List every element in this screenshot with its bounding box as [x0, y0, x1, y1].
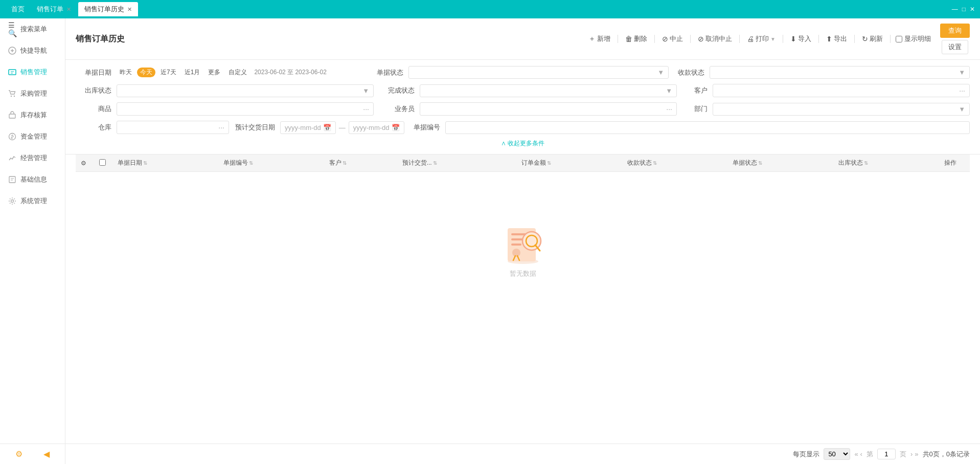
th-expected-date[interactable]: 预计交货... ⇅: [397, 154, 516, 172]
svg-point-2: [11, 96, 12, 97]
btn-stop[interactable]: ⊘ 中止: [660, 33, 685, 45]
divider2: [654, 35, 655, 43]
th-bill-status[interactable]: 单据状态 ⇅: [727, 154, 833, 172]
close-btn[interactable]: ✕: [970, 6, 975, 13]
select-all-checkbox[interactable]: [99, 159, 106, 166]
cancel-stop-icon: ⊘: [698, 35, 704, 43]
sidebar-item-finance[interactable]: 资金管理: [0, 126, 65, 147]
tab-close-sales-order-history[interactable]: ✕: [127, 6, 132, 13]
shortcut-last30[interactable]: 近1月: [181, 68, 203, 77]
sidebar-item-sys-mgmt[interactable]: 系统管理: [0, 190, 65, 212]
sidebar-item-inventory[interactable]: 库存核算: [0, 104, 65, 126]
th-check[interactable]: [94, 154, 112, 172]
filter-area: 单据日期 昨天 今天 近7天 近1月 更多 自定义 2023-06-02 至 2…: [65, 60, 980, 154]
calendar-start-icon[interactable]: 📅: [323, 124, 331, 131]
complete-status-label: 完成状态: [379, 86, 420, 95]
sidebar-settings-icon[interactable]: ⚙: [15, 449, 22, 459]
divider8: [890, 35, 891, 43]
table-settings-icon[interactable]: ⚙: [81, 160, 86, 167]
maximize-btn[interactable]: □: [962, 6, 966, 13]
date-range-display: 2023-06-02 至 2023-06-02: [254, 68, 326, 77]
payment-status-select[interactable]: ▼: [710, 66, 970, 79]
tab-home[interactable]: 首页: [5, 2, 31, 16]
base-info-icon: [8, 175, 16, 184]
bill-status-arrow: ▼: [657, 69, 664, 76]
empty-state: 暂无数据: [76, 172, 970, 319]
filter-row-4: 仓库 ··· 预计交货日期 yyyy-mm-dd 📅 — yyyy-mm-dd …: [76, 121, 970, 134]
shortcut-custom[interactable]: 自定义: [225, 68, 250, 77]
shortcut-last7[interactable]: 近7天: [157, 68, 179, 77]
th-customer[interactable]: 客户 ⇅: [324, 154, 397, 172]
sidebar-item-business[interactable]: 经营管理: [0, 147, 65, 169]
th-bill-no[interactable]: 单据编号 ⇅: [218, 154, 324, 172]
goods-label: 商品: [76, 104, 117, 114]
calendar-end-icon[interactable]: 📅: [392, 124, 400, 131]
sales-mgmt-icon: [8, 68, 16, 76]
last-page-btn[interactable]: »: [915, 450, 918, 458]
btn-cancel-stop[interactable]: ⊘ 取消中止: [696, 33, 734, 45]
customer-dots-btn[interactable]: ···: [959, 86, 965, 95]
btn-import[interactable]: ⬇ 导入: [788, 33, 813, 45]
tab-close-sales-order[interactable]: ✕: [66, 6, 71, 13]
btn-print[interactable]: 🖨 打印 ▼: [745, 33, 778, 45]
th-payment-status[interactable]: 收款状态 ⇅: [622, 154, 728, 172]
expected-date-end[interactable]: yyyy-mm-dd: [353, 124, 390, 131]
th-order-amount[interactable]: 订单金额 ⇅: [516, 154, 622, 172]
show-details-input[interactable]: [896, 36, 902, 42]
btn-delete[interactable]: 🗑 删除: [623, 33, 649, 45]
sidebar-item-purchase-mgmt[interactable]: 采购管理: [0, 83, 65, 104]
collapse-filter-btn[interactable]: ∧ 收起更多条件: [76, 139, 970, 148]
dept-arrow: ▼: [959, 105, 965, 113]
out-status-select[interactable]: ▼: [117, 84, 374, 97]
top-bar: 首页 销售订单 ✕ 销售订单历史 ✕ — □ ✕: [0, 0, 980, 18]
btn-new[interactable]: ＋ 新增: [586, 33, 612, 45]
sidebar-item-search-menu[interactable]: ☰🔍 搜索菜单: [0, 18, 65, 40]
salesperson-dots-btn[interactable]: ···: [666, 105, 672, 113]
sidebar-item-base-info[interactable]: 基础信息: [0, 169, 65, 190]
setting-button[interactable]: 设置: [942, 40, 968, 54]
goods-dots-btn[interactable]: ···: [363, 105, 369, 113]
th-out-status[interactable]: 出库状态 ⇅: [833, 154, 939, 172]
print-icon: 🖨: [747, 35, 754, 43]
sort-expected-date-icon: ⇅: [433, 160, 437, 166]
first-page-btn[interactable]: «: [854, 450, 858, 458]
payment-status-label: 收款状态: [669, 68, 710, 77]
shortcut-today[interactable]: 今天: [137, 68, 155, 77]
svg-point-16: [512, 249, 520, 257]
sidebar-item-quick-nav[interactable]: 快捷导航: [0, 40, 65, 61]
th-settings[interactable]: ⚙: [76, 154, 94, 172]
sidebar-item-sales-mgmt[interactable]: 销售管理: [0, 61, 65, 83]
empty-text: 暂无数据: [510, 269, 536, 278]
payment-status-arrow: ▼: [959, 69, 965, 76]
date-label: 单据日期: [76, 68, 117, 77]
query-button[interactable]: 查询: [940, 24, 970, 38]
tab-sales-order-history[interactable]: 销售订单历史 ✕: [78, 2, 138, 16]
complete-status-arrow: ▼: [666, 87, 672, 95]
dept-select[interactable]: ▼: [713, 103, 970, 116]
btn-refresh[interactable]: ↻ 刷新: [860, 33, 885, 45]
tab-sales-order[interactable]: 销售订单 ✕: [31, 2, 77, 16]
shortcut-more[interactable]: 更多: [205, 68, 223, 77]
bill-status-select[interactable]: ▼: [408, 66, 669, 79]
btn-export[interactable]: ⬆ 导出: [824, 33, 849, 45]
empty-illustration: [495, 213, 551, 269]
expected-date-start[interactable]: yyyy-mm-dd: [285, 124, 321, 131]
sys-mgmt-icon: [8, 197, 16, 205]
filter-row-2: 出库状态 ▼ 完成状态 ▼ 客户 ···: [76, 84, 970, 97]
sort-out-status-icon: ⇅: [864, 160, 868, 166]
minimize-btn[interactable]: —: [952, 6, 958, 13]
page-header: 销售订单历史 ＋ 新增 🗑 删除 ⊘ 中止 ⊘: [65, 18, 980, 60]
warehouse-dots-btn[interactable]: ···: [218, 123, 224, 131]
prev-page-btn[interactable]: ‹: [860, 450, 862, 458]
page-size-select[interactable]: 50 10 20 100: [824, 448, 850, 460]
sidebar-collapse-icon[interactable]: ◀: [43, 449, 50, 459]
next-page-btn[interactable]: ›: [910, 450, 913, 458]
print-dropdown-icon: ▼: [770, 36, 776, 42]
page-input[interactable]: [877, 449, 896, 459]
th-bill-date[interactable]: 单据日期 ⇅: [112, 154, 218, 172]
show-details-checkbox[interactable]: 显示明细: [896, 34, 931, 43]
shortcut-yesterday[interactable]: 昨天: [117, 68, 135, 77]
bill-no-input[interactable]: [450, 124, 965, 131]
sort-bill-status-icon: ⇅: [758, 160, 762, 166]
complete-status-select[interactable]: ▼: [420, 84, 677, 97]
